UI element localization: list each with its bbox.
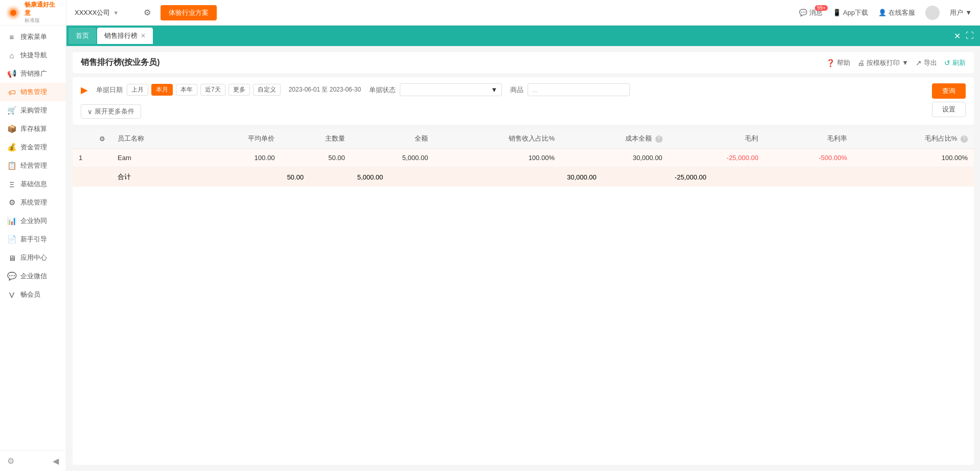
refresh-button[interactable]: ↺ 刷新 bbox=[944, 58, 966, 68]
date-btn-this-year[interactable]: 本年 bbox=[176, 84, 197, 96]
sidebar-item-基础信息[interactable]: Ξ 基础信息 bbox=[0, 175, 66, 193]
sidebar-icon: 📋 bbox=[7, 161, 16, 170]
tab-expand-icon[interactable]: ⛶ bbox=[966, 31, 974, 40]
goods-input-placeholder: ... bbox=[532, 86, 538, 94]
sidebar-icon: 🛒 bbox=[7, 106, 16, 115]
sidebar-item-企业协同[interactable]: 📊 企业协同 bbox=[0, 212, 66, 230]
sidebar-item-资金管理[interactable]: 💰 资金管理 bbox=[0, 138, 66, 156]
date-filter-buttons: 上月 本月 本年 近7天 更多 自定义 bbox=[127, 84, 281, 96]
date-btn-custom[interactable]: 自定义 bbox=[253, 84, 281, 96]
status-filter-label: 单据状态 bbox=[369, 85, 396, 95]
sidebar-item-应用中心[interactable]: 🖥 应用中心 bbox=[0, 249, 66, 267]
sidebar-item-营销推广[interactable]: 📢 营销推广 bbox=[0, 64, 66, 83]
cell-name: Eam bbox=[111, 149, 196, 167]
sidebar-item-系统管理[interactable]: ⚙ 系统管理 bbox=[0, 193, 66, 212]
app-download-label: App下载 bbox=[843, 8, 868, 17]
footer-amount: 5,000.00 bbox=[351, 167, 435, 187]
goods-filter-input[interactable]: ... bbox=[528, 83, 630, 96]
sidebar-icon: ≡ bbox=[7, 32, 16, 41]
sidebar-icon: 🏷 bbox=[7, 87, 16, 97]
refresh-label: 刷新 bbox=[952, 58, 966, 68]
svg-point-2 bbox=[10, 10, 16, 16]
sidebar-icon: 💰 bbox=[7, 143, 16, 152]
footer-cost: 30,000.00 bbox=[561, 167, 669, 187]
sidebar-item-label: 经营管理 bbox=[20, 161, 47, 170]
col-name: 员工名称 bbox=[111, 129, 196, 149]
sidebar-icon: 📄 bbox=[7, 235, 16, 244]
date-btn-7days[interactable]: 近7天 bbox=[200, 84, 225, 96]
cost-help-icon[interactable]: ? bbox=[655, 136, 663, 143]
header-settings-icon[interactable]: ⚙ bbox=[140, 6, 154, 20]
tab-home[interactable]: 首页 bbox=[69, 28, 96, 44]
tab-bar: 首页 销售排行榜 ✕ ✕ ⛶ bbox=[66, 26, 980, 46]
user-avatar[interactable] bbox=[925, 6, 940, 20]
tab-home-label: 首页 bbox=[76, 31, 89, 40]
sidebar-icon: 📦 bbox=[7, 124, 16, 133]
help-button[interactable]: ❓ 帮助 bbox=[826, 58, 850, 68]
sidebar-icon: Ξ bbox=[7, 180, 16, 189]
sidebar-collapse-icon[interactable]: ◀ bbox=[53, 456, 59, 466]
company-selector[interactable]: XXXXX公司 ▼ bbox=[75, 8, 136, 17]
query-button[interactable]: 查询 bbox=[932, 83, 966, 99]
sidebar-item-经营管理[interactable]: 📋 经营管理 bbox=[0, 156, 66, 175]
tab-sales-ranking[interactable]: 销售排行榜 ✕ bbox=[97, 28, 153, 44]
sidebar-item-新手引导[interactable]: 📄 新手引导 bbox=[0, 230, 66, 249]
expand-arrow-icon: ∨ bbox=[87, 108, 93, 116]
help-label: 帮助 bbox=[837, 58, 850, 68]
date-btn-this-month[interactable]: 本月 bbox=[151, 84, 173, 96]
date-range-display: 2023-06-01 至 2023-06-30 bbox=[289, 85, 361, 94]
cell-amount: 5,000.00 bbox=[351, 149, 435, 167]
online-support-button[interactable]: 👤 在线客服 bbox=[878, 8, 915, 17]
status-filter-select[interactable]: ▼ bbox=[400, 83, 502, 96]
messages-button[interactable]: 💬 消息 99+ bbox=[799, 8, 823, 17]
sidebar: 畅康通好生意 标准版 ≡ 搜索菜单 ⌂ 快捷导航 📢 营销推广 🏷 销售管理 🛒… bbox=[0, 0, 66, 471]
sidebar-item-畅会员[interactable]: V 畅会员 bbox=[0, 285, 66, 304]
filter-expand-icon[interactable]: ▶ bbox=[81, 84, 88, 96]
export-button[interactable]: ↗ 导出 bbox=[916, 58, 937, 68]
col-index bbox=[73, 129, 93, 149]
col-profit-ratio: 毛利占比% ? bbox=[853, 129, 974, 149]
tab-close-all-icon[interactable]: ✕ bbox=[954, 31, 961, 41]
online-support-label: 在线客服 bbox=[888, 8, 915, 17]
profit-ratio-help-icon[interactable]: ? bbox=[961, 136, 968, 143]
sidebar-item-label: 应用中心 bbox=[20, 253, 47, 262]
expand-more-filters-btn[interactable]: ∨ 展开更多条件 bbox=[81, 104, 141, 119]
sidebar-item-label: 系统管理 bbox=[20, 198, 47, 207]
message-badge: 99+ bbox=[815, 5, 828, 11]
tab-bar-right: ✕ ⛶ bbox=[954, 31, 978, 41]
settings-small-button[interactable]: 设置 bbox=[932, 102, 966, 117]
date-btn-more[interactable]: 更多 bbox=[229, 84, 250, 96]
support-icon: 👤 bbox=[878, 9, 886, 16]
sidebar-item-库存核算[interactable]: 📦 库存核算 bbox=[0, 120, 66, 138]
status-select-arrow: ▼ bbox=[491, 86, 497, 94]
sidebar-item-搜索菜单[interactable]: ≡ 搜索菜单 bbox=[0, 28, 66, 46]
app-logo: 畅康通好生意 标准版 bbox=[0, 0, 66, 26]
col-settings[interactable]: ⚙ bbox=[93, 129, 111, 149]
sidebar-item-label: 快捷导航 bbox=[20, 51, 47, 60]
logo-icon bbox=[5, 5, 21, 21]
sidebar-item-label: 资金管理 bbox=[20, 143, 47, 152]
tab-close-icon[interactable]: ✕ bbox=[141, 33, 146, 39]
sidebar-item-企业微信[interactable]: 💬 企业微信 bbox=[0, 267, 66, 285]
sidebar-item-采购管理[interactable]: 🛒 采购管理 bbox=[0, 101, 66, 120]
sidebar-item-快捷导航[interactable]: ⌂ 快捷导航 bbox=[0, 46, 66, 64]
footer-quantity: 50.00 bbox=[281, 167, 351, 187]
sidebar-item-销售管理[interactable]: 🏷 销售管理 bbox=[0, 83, 66, 101]
print-icon: 🖨 bbox=[857, 59, 864, 67]
content-area: 销售排行榜(按业务员) ❓ 帮助 🖨 按模板打印 ▼ ↗ 导出 ↺ 刷新 bbox=[66, 46, 980, 471]
sidebar-icon: V bbox=[7, 290, 16, 299]
print-label: 按模板打印 bbox=[867, 58, 900, 68]
sidebar-settings-icon[interactable]: ⚙ bbox=[7, 456, 14, 466]
date-btn-last-month[interactable]: 上月 bbox=[127, 84, 148, 96]
app-download-button[interactable]: 📱 App下载 bbox=[833, 8, 868, 17]
header-right: 💬 消息 99+ 📱 App下载 👤 在线客服 用户 ▼ bbox=[799, 6, 972, 20]
user-name[interactable]: 用户 ▼ bbox=[950, 8, 972, 17]
print-button[interactable]: 🖨 按模板打印 ▼ bbox=[857, 58, 908, 68]
filter-row: ▶ 单据日期 上月 本月 本年 近7天 更多 自定义 bbox=[81, 83, 924, 96]
sidebar-icon: ⌂ bbox=[7, 51, 16, 60]
footer-empty1 bbox=[73, 167, 93, 187]
footer-profit-rate bbox=[764, 167, 853, 187]
trial-button[interactable]: 体验行业方案 bbox=[161, 5, 217, 20]
table-scroll: ⚙ 员工名称 平均单价 主数量 全额 销售收入占比% 成本全额 ? 毛利 毛利率 bbox=[73, 129, 974, 465]
table-body: 1 Eam 100.00 50.00 5,000.00 100.00% 30,0… bbox=[73, 149, 974, 167]
